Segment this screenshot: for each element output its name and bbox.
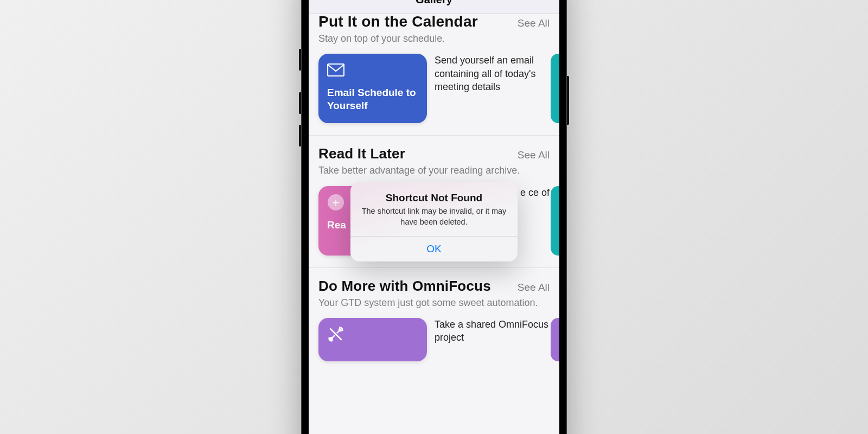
- screen: 10:29 Gallery Put It on the Cal: [309, 0, 559, 434]
- phone-frame: 10:29 Gallery Put It on the Cal: [301, 0, 567, 434]
- alert-message: The shortcut link may be invalid, or it …: [360, 206, 508, 227]
- alert-ok-button[interactable]: OK: [350, 236, 518, 261]
- alert-dialog: Shortcut Not Found The shortcut link may…: [350, 182, 518, 261]
- alert-title: Shortcut Not Found: [360, 192, 508, 204]
